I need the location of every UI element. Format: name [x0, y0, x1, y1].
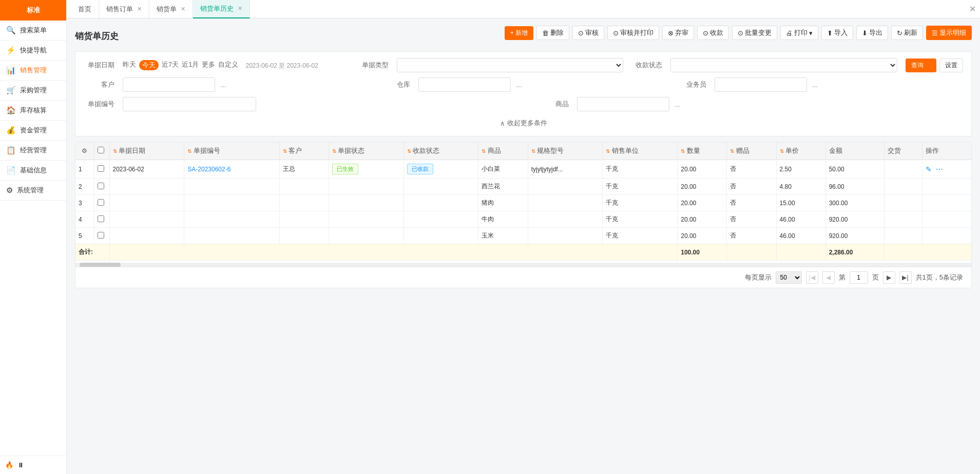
row-select[interactable]: [98, 232, 104, 239]
row-checkbox[interactable]: [94, 228, 109, 244]
show-details-button[interactable]: ☰ 显示明细: [926, 26, 972, 40]
doc-no-input[interactable]: [123, 97, 256, 111]
sidebar-item-operations[interactable]: 📋 经营管理: [0, 141, 66, 161]
date-1month[interactable]: 近1月: [182, 60, 199, 70]
goods-control: ...: [577, 97, 964, 111]
date-7days[interactable]: 近7天: [162, 60, 179, 70]
tab-sales-goods[interactable]: 销货单 ✕: [149, 0, 193, 18]
toolbar: + 新增 🗑 删除 ⊙ 审核 ⊙ 审核并打印 ⊗ 弃审: [505, 26, 972, 40]
tab-sales-goods-close[interactable]: ✕: [181, 6, 185, 12]
edit-icon[interactable]: ✎: [926, 165, 932, 173]
collect-button[interactable]: ⊙ 收款: [697, 26, 729, 40]
customer-ellipsis[interactable]: ...: [218, 81, 228, 89]
row-select[interactable]: [98, 199, 104, 206]
next-page-btn[interactable]: ▶: [883, 271, 895, 284]
more-icon[interactable]: ⋯: [936, 165, 943, 173]
sidebar-pause-icon[interactable]: ⏸: [17, 461, 24, 469]
date-yesterday[interactable]: 昨天: [123, 60, 136, 70]
sidebar-item-sales-mgmt[interactable]: 📊 销售管理: [0, 61, 66, 81]
row-qty: 20.00: [678, 160, 727, 179]
row-select[interactable]: [98, 183, 104, 189]
customer-input[interactable]: [123, 77, 215, 92]
sidebar-item-finance[interactable]: 💰 资金管理: [0, 121, 66, 141]
row-price: 46.00: [776, 211, 825, 228]
row-checkbox[interactable]: [94, 160, 109, 179]
col-customer[interactable]: ⇅ 客户: [279, 142, 329, 160]
col-doc-no[interactable]: ⇅ 单据编号: [184, 142, 279, 160]
goods-input[interactable]: [577, 97, 669, 111]
current-page-input[interactable]: [850, 271, 868, 284]
col-spec[interactable]: ⇅ 规格型号: [528, 142, 603, 160]
abandon-button[interactable]: ⊗ 弃审: [662, 26, 694, 40]
goods-ellipsis[interactable]: ...: [672, 100, 683, 108]
col-checkbox[interactable]: [94, 142, 109, 160]
tab-sales-order-close[interactable]: ✕: [137, 6, 142, 12]
tab-home[interactable]: 首页: [71, 0, 99, 18]
query-button[interactable]: 查询: [906, 58, 936, 72]
row-operation: [923, 179, 971, 195]
doc-type-select[interactable]: [397, 58, 624, 72]
col-gift[interactable]: ⇅ 赠品: [727, 142, 776, 160]
row-checkbox[interactable]: [94, 211, 109, 228]
row-doc-date: [109, 228, 184, 244]
sidebar-item-inventory[interactable]: 🏠 库存核算: [0, 101, 66, 121]
tab-sales-history-close[interactable]: ✕: [238, 5, 242, 12]
table-container: ⚙ ⇅ 单据日期 ⇅ 单据编号 ⇅ 客户 ⇅ 单据状态 ⇅ 收款状态 ⇅ 商品 …: [75, 142, 972, 288]
refresh-button[interactable]: ↻ 刷新: [891, 26, 923, 40]
collapse-button[interactable]: ∧ 收起更多条件: [500, 116, 547, 130]
row-select[interactable]: [98, 215, 104, 222]
col-goods[interactable]: ⇅ 商品: [478, 142, 528, 160]
row-doc-no: [184, 179, 279, 195]
doc-no-label: 单据编号: [84, 100, 114, 109]
date-custom[interactable]: 自定义: [218, 60, 238, 70]
sales-rep-ellipsis[interactable]: ...: [810, 81, 820, 89]
payment-status-select[interactable]: [670, 58, 897, 72]
sidebar-fire-icon[interactable]: 🔥: [5, 461, 13, 469]
import-icon: ⬆: [827, 29, 833, 37]
per-page-select[interactable]: 50 20 100: [776, 271, 802, 284]
warehouse-ellipsis[interactable]: ...: [514, 81, 524, 89]
tab-sales-history[interactable]: 销货单历史 ✕: [193, 0, 250, 18]
col-payment-status[interactable]: ⇅ 收款状态: [403, 142, 478, 160]
sales-rep-input[interactable]: [715, 77, 807, 92]
sidebar-item-search[interactable]: 🔍 搜索菜单: [0, 21, 66, 41]
data-table: ⚙ ⇅ 单据日期 ⇅ 单据编号 ⇅ 客户 ⇅ 单据状态 ⇅ 收款状态 ⇅ 商品 …: [75, 142, 971, 261]
batch-change-button[interactable]: ⊙ 批量变更: [732, 26, 777, 40]
audit-button[interactable]: ⊙ 审核: [572, 26, 604, 40]
first-page-btn[interactable]: |◀: [806, 271, 818, 284]
audit-print-button[interactable]: ⊙ 审核并打印: [607, 26, 659, 40]
scrollbar-thumb[interactable]: [80, 263, 121, 267]
sidebar-item-quick-nav[interactable]: ⚡ 快捷导航: [0, 41, 66, 61]
col-price[interactable]: ⇅ 单价: [776, 142, 825, 160]
sidebar-item-purchase-mgmt[interactable]: 🛒 采购管理: [0, 81, 66, 101]
settings-button[interactable]: 设置: [939, 58, 963, 72]
last-page-btn[interactable]: ▶|: [899, 271, 912, 284]
warehouse-input[interactable]: [418, 77, 511, 92]
col-doc-date[interactable]: ⇅ 单据日期: [109, 142, 184, 160]
tab-sales-order[interactable]: 销售订单 ✕: [99, 0, 149, 18]
table-scrollbar[interactable]: [75, 263, 971, 267]
date-more[interactable]: 更多: [202, 60, 215, 70]
prev-page-btn[interactable]: ◀: [822, 271, 835, 284]
delete-button[interactable]: 🗑 删除: [536, 26, 569, 40]
print-button[interactable]: 🖨 打印 ▾: [780, 26, 818, 40]
date-today[interactable]: 今天: [139, 60, 159, 70]
col-qty[interactable]: ⇅ 数量: [678, 142, 727, 160]
new-button[interactable]: + 新增: [505, 26, 533, 40]
row-select[interactable]: [98, 165, 104, 172]
row-spec: [528, 195, 603, 211]
sidebar-item-system[interactable]: ⚙ 系统管理: [0, 181, 66, 201]
row-checkbox[interactable]: [94, 179, 109, 195]
row-goods: 猪肉: [478, 195, 528, 211]
import-button[interactable]: ⬆ 导入: [821, 26, 853, 40]
window-close-btn[interactable]: ✕: [969, 4, 976, 14]
export-button[interactable]: ⬇ 导出: [856, 26, 888, 40]
select-all-checkbox[interactable]: [98, 147, 104, 153]
col-unit[interactable]: ⇅ 销售单位: [603, 142, 678, 160]
row-doc-status: [329, 228, 403, 244]
row-checkbox[interactable]: [94, 195, 109, 211]
sidebar-item-basic-info[interactable]: 📄 基础信息: [0, 161, 66, 181]
col-settings[interactable]: ⚙: [75, 142, 94, 160]
row-doc-no[interactable]: SA-20230602-6: [184, 160, 279, 179]
col-doc-status[interactable]: ⇅ 单据状态: [329, 142, 403, 160]
